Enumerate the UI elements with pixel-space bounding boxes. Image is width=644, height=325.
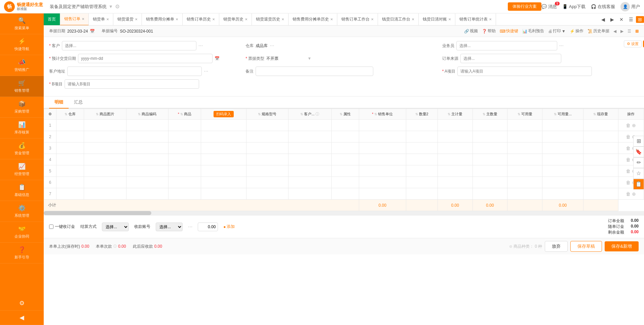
right-btn-2[interactable]: 🔖	[633, 147, 644, 157]
th-main-unit[interactable]: ⇅ 主计量	[438, 109, 472, 120]
online-service-btn[interactable]: 🎧 在线客服	[591, 4, 615, 10]
cell-5-3[interactable]	[126, 165, 168, 177]
tab-close-icon[interactable]: ✕	[281, 17, 284, 21]
cell-3-8[interactable]	[331, 143, 359, 154]
settings-icon[interactable]: ⚙	[115, 3, 120, 10]
cell-3-1[interactable]	[56, 143, 84, 154]
cell-6-1[interactable]	[56, 177, 84, 188]
view-toggle-icon[interactable]: ☰	[628, 29, 631, 34]
right-btn-4[interactable]: ☆	[633, 168, 644, 179]
cell-4-15[interactable]	[583, 154, 618, 165]
cell-3-9[interactable]	[359, 143, 406, 154]
tab-sales-fee[interactable]: 销售费用分摊单✕	[142, 13, 183, 26]
cell-6-15[interactable]	[583, 177, 618, 188]
order-source-input[interactable]	[460, 54, 561, 63]
cell-4-2[interactable]	[84, 154, 126, 165]
cell-2-7[interactable]	[288, 131, 331, 143]
cell-7-1[interactable]	[56, 188, 84, 200]
one-click-checkbox[interactable]	[49, 225, 53, 229]
cell-3-13[interactable]	[507, 143, 542, 154]
cell-3-15[interactable]	[583, 143, 618, 154]
sidebar-item-marketing[interactable]: 📣营销推广	[0, 55, 44, 76]
detail-tab-detail[interactable]: 明细	[49, 96, 69, 109]
tab-home[interactable]: 首页	[44, 13, 60, 26]
app-download-btn[interactable]: 📱 App下载	[562, 4, 585, 10]
cell-4-14[interactable]	[542, 154, 583, 165]
tab-prev-btn[interactable]: ◀	[599, 17, 608, 22]
cell-1-13[interactable]	[507, 120, 542, 131]
tab-sales-refund[interactable]: 销货退货✕	[113, 13, 142, 26]
tab-close-icon[interactable]: ✕	[106, 17, 109, 21]
sidebar-item-search[interactable]: 🔍搜索菜单	[0, 13, 44, 34]
tab-close-icon[interactable]: ✕	[82, 17, 84, 21]
th-product[interactable]: ⇅ 商品	[168, 109, 201, 120]
cell-1-2[interactable]	[84, 120, 126, 131]
cell-5-6[interactable]	[246, 165, 288, 177]
cell-7-5[interactable]	[201, 188, 246, 200]
cell-7-12[interactable]	[472, 188, 507, 200]
cell-7-14[interactable]	[542, 188, 583, 200]
cell-4-8[interactable]	[331, 154, 359, 165]
system-dropdown-icon[interactable]: ▼	[109, 4, 113, 9]
detail-tab-summary[interactable]: 汇总	[69, 96, 88, 109]
cell-3-2[interactable]	[84, 143, 126, 154]
cell-6-4[interactable]	[168, 177, 201, 188]
cell-1-10[interactable]	[406, 120, 438, 131]
staff-more-btn[interactable]: ···	[559, 43, 564, 49]
cell-1-8[interactable]	[331, 120, 359, 131]
cell-1-9[interactable]	[359, 120, 406, 131]
delete-row-btn[interactable]: 🗑	[626, 134, 631, 139]
cell-4-11[interactable]	[438, 154, 472, 165]
tab-sales-refund-history[interactable]: 销货退货历史✕	[252, 13, 289, 26]
cell-6-14[interactable]	[542, 177, 583, 188]
tab-close-icon[interactable]: ✕	[330, 17, 333, 21]
right-btn-3[interactable]: ✏	[633, 157, 644, 168]
cell-6-6[interactable]	[246, 177, 288, 188]
scrollbar-thumb[interactable]	[44, 211, 151, 215]
cell-7-10[interactable]	[406, 188, 438, 200]
delete-row-btn[interactable]: 🗑	[626, 157, 631, 162]
th-qty2[interactable]: ⇅ 数量2	[406, 109, 438, 120]
cell-4-5[interactable]	[201, 154, 246, 165]
th-product-code[interactable]: ⇅ 商品编码	[126, 109, 168, 120]
shortcut-btn[interactable]: ⌨ 快捷键	[500, 28, 518, 34]
cell-6-13[interactable]	[507, 177, 542, 188]
th-stock[interactable]: ⇅ 现存量	[583, 109, 618, 120]
tab-menu-btn[interactable]: ☰	[626, 17, 636, 22]
cell-3-6[interactable]	[246, 143, 288, 154]
history-btn[interactable]: 📜 历史单据	[588, 28, 609, 34]
sidebar-item-finance[interactable]: 💰资金管理	[0, 138, 44, 159]
cell-2-5[interactable]	[201, 131, 246, 143]
cell-4-13[interactable]	[507, 154, 542, 165]
sidebar-item-system[interactable]: ⚙️系统管理	[0, 201, 44, 222]
tab-sales-order[interactable]: 销售订单✕	[60, 13, 89, 26]
th-spec[interactable]: ⇅ 规格型号	[246, 109, 288, 120]
help-btn[interactable]: ❓ 帮助	[482, 28, 496, 34]
nav-next-icon[interactable]: ▶	[620, 29, 623, 34]
cell-7-2[interactable]	[84, 188, 126, 200]
cell-2-4[interactable]	[168, 131, 201, 143]
delete-row-btn[interactable]: 🗑	[626, 168, 631, 174]
cell-6-10[interactable]	[406, 177, 438, 188]
cell-2-8[interactable]	[331, 131, 359, 143]
cell-6-9[interactable]	[359, 177, 406, 188]
cell-5-13[interactable]	[507, 165, 542, 177]
cell-5-4[interactable]	[168, 165, 201, 177]
cell-1-11[interactable]	[438, 120, 472, 131]
tab-sales-stats[interactable]: 销售订单统计表✕	[455, 13, 496, 26]
cell-2-1[interactable]	[56, 131, 84, 143]
a-project-input[interactable]	[457, 67, 592, 76]
tab-cash-daily[interactable]: 钱货日清工作台✕	[378, 13, 419, 26]
cell-4-12[interactable]	[472, 154, 507, 165]
cell-5-15[interactable]	[583, 165, 618, 177]
save-btn[interactable]: 保存&新增	[605, 241, 639, 251]
tab-sales-workbench[interactable]: 销售订单工作台✕	[337, 13, 378, 26]
settlement-select[interactable]: 选择...	[102, 222, 129, 231]
cell-2-2[interactable]	[84, 131, 126, 143]
cell-3-12[interactable]	[472, 143, 507, 154]
nav-prev-icon[interactable]: ◀	[613, 29, 616, 34]
th-warehouse[interactable]: ⇅ 仓库	[56, 109, 84, 120]
cell-4-7[interactable]	[288, 154, 331, 165]
date-picker-icon[interactable]: 📅	[90, 29, 95, 34]
delete-row-btn[interactable]: 🗑	[626, 146, 631, 151]
